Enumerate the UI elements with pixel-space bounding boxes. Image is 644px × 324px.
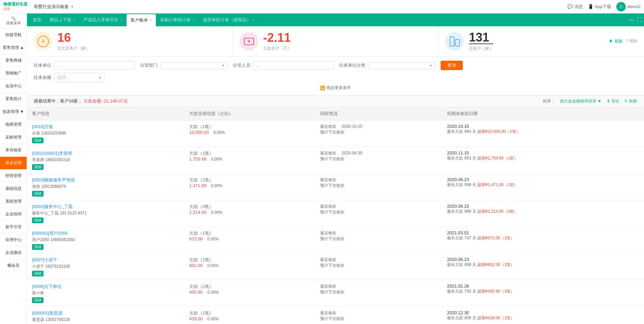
- sidebar-item-wholesale[interactable]: 批发管理 ▼: [0, 106, 27, 118]
- sidebar-item-app-center[interactable]: 应用中心: [0, 234, 27, 246]
- filter-item-unit-class: 往来单位分类 ▼: [339, 62, 436, 69]
- refresh-btn[interactable]: ↻ 刷新: [624, 98, 637, 104]
- tab-purchase-stats-by-product[interactable]: 进货单统计表（按商品） ×: [199, 13, 259, 26]
- customer-name-link[interactable]: [000002]用户2050: [32, 231, 68, 236]
- export-btn[interactable]: ⬇ 导出: [607, 98, 619, 104]
- sidebar-item-member[interactable]: 会员中心: [0, 80, 27, 93]
- customer-name-link[interactable]: [0001020001]李老师: [32, 151, 72, 156]
- customer-name-link[interactable]: [0016]吕俊: [32, 124, 53, 129]
- customer-name-link[interactable]: [0006]去下粮仓: [32, 284, 62, 289]
- debt-amount[interactable]: 455.90: [189, 290, 203, 295]
- dept-label: 分管部门: [140, 62, 158, 68]
- card-top-right-actions: ▶ 视频 ? 帮助: [609, 38, 637, 44]
- sidebar-item-retail-stats[interactable]: 零售统计: [0, 93, 27, 106]
- user-menu[interactable]: D demo2: [616, 2, 641, 11]
- sidebar-item-search[interactable]: 🔍 搜索菜单: [0, 13, 27, 29]
- sidebar-item-retail-mall[interactable]: 零售商城: [0, 54, 27, 67]
- expand-icon[interactable]: ⛶: [637, 17, 642, 23]
- latest-collection: 最近收款 2020-06-30: [320, 150, 437, 156]
- tab-product-listing[interactable]: 商品上下架 ×: [46, 13, 79, 26]
- view-btn[interactable]: ▶ 视频: [609, 38, 622, 44]
- sidebar-item-quick-nav[interactable]: 快捷导航: [0, 29, 27, 41]
- sidebar-item-newbie[interactable]: 新手引导: [0, 221, 27, 234]
- sidebar-search-label: 搜索菜单: [2, 21, 25, 26]
- overdue-amount-link[interactable]: 超期¥1,214.00（3笔）: [477, 209, 518, 214]
- tab-close-icon[interactable]: ×: [192, 18, 194, 22]
- dept-select[interactable]: ▼: [160, 62, 228, 69]
- company-selector[interactable]: 母婴行业演示账套 ▼: [30, 4, 79, 10]
- unit-class-select[interactable]: ▼: [368, 62, 436, 69]
- debt-amount[interactable]: 10,000.00: [189, 130, 209, 135]
- person-input[interactable]: ...: [253, 61, 334, 70]
- tab-home[interactable]: 首页: [29, 13, 46, 26]
- sidebar-item-chang-member[interactable]: 畅会员: [0, 259, 27, 272]
- customer-phone: 服务中心_丁磊 181 0125 8371: [32, 210, 179, 216]
- debt-amount[interactable]: 1,214.00: [189, 210, 206, 215]
- app-download-btn[interactable]: 📱 App下载: [588, 4, 611, 10]
- customer-name-link[interactable]: [0002]服务中心_丁磊: [32, 204, 73, 209]
- overdue-amount-link[interactable]: 超期¥672.00（1笔）: [477, 236, 514, 240]
- tabs-bar: 首页 商品上下架 × 产成品入库单历史 × 客户账本 × 采购订单统计表 × 进…: [27, 13, 644, 26]
- tab-customer-ledger[interactable]: 客户账本 ×: [127, 14, 156, 26]
- customer-tag: 现销: [32, 217, 44, 223]
- sidebar-item-enterprise-wechat[interactable]: 企业微信: [0, 246, 27, 259]
- overdue-amount-link[interactable]: 超期¥652.00（1笔）: [477, 262, 514, 267]
- result-bar: 搜索结果中，客户16家， 欠款金额 -21,148.07元 排序： 按欠款金额倒…: [27, 95, 644, 107]
- customer-name-link[interactable]: [000001]黄思源: [32, 311, 62, 316]
- filter-item-balance: 往来余额 选择... ▼: [34, 73, 105, 82]
- balance-select[interactable]: 选择... ▼: [54, 73, 105, 82]
- help-btn[interactable]: ? 帮助: [626, 38, 637, 44]
- sort-selector[interactable]: 按欠款金额倒序排序 ▼: [560, 98, 601, 104]
- sidebar-item-marketing[interactable]: 营销推广: [0, 67, 27, 80]
- customer-phone: 用户2050 18665062050: [32, 237, 179, 243]
- debt-amount[interactable]: 1,471.00: [189, 183, 206, 188]
- latest-collection: 最近收款: [320, 204, 437, 209]
- sidebar-item-system[interactable]: 系统管理: [0, 195, 27, 208]
- total-customers-label: 总客户（家）: [469, 46, 493, 52]
- sidebar-item-finance[interactable]: 资金管理: [0, 157, 27, 170]
- customer-name-link[interactable]: [0003]畅捷服务尹海燕: [32, 177, 75, 182]
- sidebar-item-label: 应用中心: [2, 237, 25, 243]
- chevron-down-icon: ▼: [429, 64, 432, 67]
- customer-phone: 黄思源 13552700226: [32, 317, 179, 323]
- sidebar-item-inventory[interactable]: 库存核算: [0, 144, 27, 157]
- cell-customer-info: [0001020001]李老师 李老师 18600391516 现销: [27, 147, 184, 174]
- overdue-amount-link[interactable]: 超期¥1,703.68（1笔）: [477, 156, 518, 160]
- debt-percent: 0.00%: [207, 290, 219, 295]
- main-content: 首页 商品上下架 × 产成品入库单历史 × 客户账本 × 采购订单统计表 × 进…: [27, 13, 644, 324]
- latest-label: 最近收款: [320, 284, 336, 289]
- sidebar-item-label: 零售统计: [2, 96, 25, 102]
- overdue-amount-link[interactable]: 超期¥10,000.00（1笔）: [477, 129, 520, 134]
- debt-amount[interactable]: 1,703.68: [189, 156, 206, 161]
- tab-close-icon[interactable]: ×: [120, 18, 122, 22]
- from-unit-input[interactable]: ...: [54, 61, 135, 70]
- sidebar-item-enterprise-collab[interactable]: 企业协同: [0, 208, 27, 221]
- overdue-amount-link[interactable]: 超期¥429.00（1笔）: [477, 316, 514, 320]
- debt-percent: 0.00%: [207, 317, 219, 321]
- overdue-amount-link[interactable]: 超期¥455.90（1笔）: [477, 289, 514, 294]
- collapse-button[interactable]: 🔼 收起更多条件: [34, 85, 637, 91]
- search-button[interactable]: 查询: [441, 61, 463, 70]
- tab-production-history[interactable]: 产成品入库单历史 ×: [79, 13, 126, 26]
- tab-close-icon[interactable]: ×: [73, 18, 75, 22]
- sidebar-item-retail-mgmt[interactable]: 零售管理 ▲: [0, 41, 27, 54]
- debt-amount[interactable]: 652.00: [189, 263, 203, 268]
- debt-amount[interactable]: 672.00: [189, 236, 203, 241]
- sidebar-item-basic-info[interactable]: 基础信息: [0, 182, 27, 195]
- sidebar-item-operation[interactable]: 经营管理: [0, 170, 27, 182]
- tab-purchase-order-stats[interactable]: 采购订单统计表 ×: [156, 13, 198, 26]
- overdue-amount-link[interactable]: 超期¥1,471.00（1笔）: [477, 182, 518, 187]
- logo-area: 畅捷通好生意 示范: [3, 2, 30, 11]
- debt-amount[interactable]: 429.00: [189, 316, 203, 321]
- chevron-down-icon: ▼: [221, 64, 225, 67]
- message-btn[interactable]: 💬 消息: [567, 4, 583, 10]
- customer-name-link[interactable]: [0007]小进干: [32, 257, 57, 262]
- tab-product-listing-label: 商品上下架: [50, 17, 72, 23]
- minus-icon[interactable]: —: [629, 17, 634, 23]
- sidebar-item-purchase[interactable]: 采购管理: [0, 131, 27, 144]
- tab-close-icon[interactable]: ×: [150, 18, 152, 22]
- tab-close-icon[interactable]: ×: [253, 18, 255, 22]
- filter-item-person: 分管人员 ...: [233, 61, 334, 70]
- sidebar-item-ecommerce[interactable]: 电商管理: [0, 118, 27, 131]
- customer-tag: 现销: [32, 138, 44, 143]
